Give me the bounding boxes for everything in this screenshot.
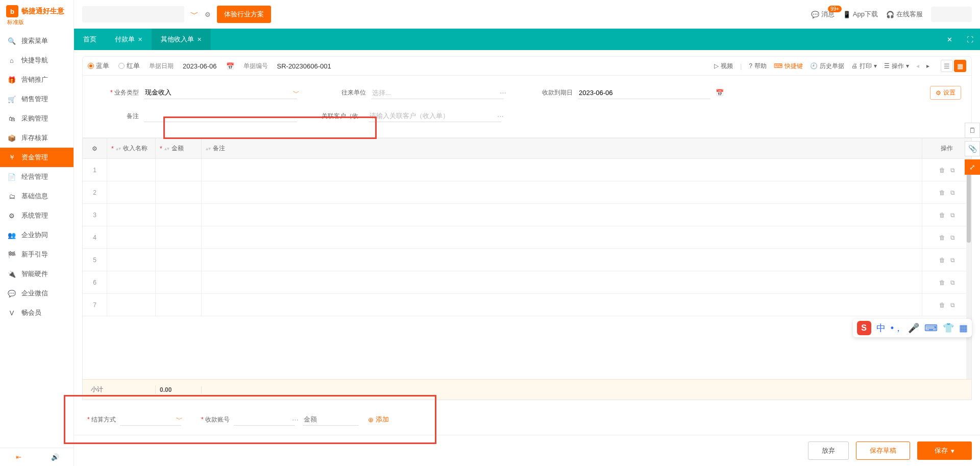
delete-row-icon[interactable]: 🗑 xyxy=(939,279,945,286)
copy-row-icon[interactable]: ⧉ xyxy=(950,301,955,309)
cell-amount[interactable] xyxy=(156,181,202,203)
ime-mic-icon[interactable]: 🎤 xyxy=(908,322,919,334)
app-download-link[interactable]: 📱 App下载 xyxy=(843,10,878,19)
discard-button[interactable]: 放弃 xyxy=(808,441,849,460)
settle-account-input[interactable] xyxy=(234,413,295,426)
table-row[interactable]: 4🗑⧉ xyxy=(83,226,971,249)
view-list-button[interactable]: ☰ xyxy=(941,60,953,72)
cell-remark[interactable] xyxy=(202,249,922,271)
more-icon[interactable]: ⋯ xyxy=(292,416,299,424)
grid-settings-header[interactable]: ⚙ xyxy=(83,138,107,158)
col-remark[interactable]: ▴▾备注 xyxy=(202,138,922,158)
sidebar-sound-button[interactable]: 🔊 xyxy=(37,448,74,466)
copy-row-icon[interactable]: ⧉ xyxy=(950,257,955,264)
user-avatar[interactable] xyxy=(931,7,972,22)
sidebar-item-marketing[interactable]: 🎁营销推广 xyxy=(0,70,74,89)
more-icon[interactable]: ⋯ xyxy=(500,89,506,97)
cell-remark[interactable] xyxy=(202,204,922,226)
print-button[interactable]: 🖨打印▾ xyxy=(851,62,877,71)
view-form-button[interactable]: ▦ xyxy=(954,60,966,72)
cell-income-name[interactable] xyxy=(107,294,156,316)
shortcut-button[interactable]: ⌨快捷键 xyxy=(774,62,803,71)
add-settlement-button[interactable]: ⊕添加 xyxy=(368,415,389,424)
delete-row-icon[interactable]: 🗑 xyxy=(939,212,945,219)
sidebar-item-system[interactable]: ⚙系统管理 xyxy=(0,206,74,225)
ime-skin-icon[interactable]: 👕 xyxy=(943,322,954,334)
cell-remark[interactable] xyxy=(202,294,922,316)
sidebar-item-collab[interactable]: 👥企业协同 xyxy=(0,225,74,245)
next-doc-button[interactable]: ▸ xyxy=(926,62,929,69)
cell-income-name[interactable] xyxy=(107,249,156,271)
sidebar-item-basic[interactable]: 🗂基础信息 xyxy=(0,187,74,206)
video-help-button[interactable]: ▷视频 xyxy=(714,62,733,71)
cell-remark[interactable] xyxy=(202,159,922,181)
table-row[interactable]: 1🗑⧉ xyxy=(83,159,971,181)
close-icon[interactable]: ✕ xyxy=(197,36,202,43)
ime-punct-icon[interactable]: •， xyxy=(891,322,903,334)
sidebar-item-guide[interactable]: 🏁新手引导 xyxy=(0,245,74,264)
float-note-button[interactable]: 🗒 xyxy=(965,123,980,138)
settle-amount-input[interactable] xyxy=(303,413,359,426)
col-amount[interactable]: ▴▾金额 xyxy=(156,138,202,158)
cell-amount[interactable] xyxy=(156,271,202,293)
delete-row-icon[interactable]: 🗑 xyxy=(939,257,945,264)
history-button[interactable]: 🕘历史单据 xyxy=(810,62,844,71)
col-income-name[interactable]: ▴▾收入名称 xyxy=(107,138,156,158)
online-service-link[interactable]: 🎧 在线客服 xyxy=(886,10,923,19)
save-button[interactable]: 保存▾ xyxy=(917,441,972,460)
sidebar-item-quicknav[interactable]: ⌂快捷导航 xyxy=(0,51,74,70)
remark-input[interactable] xyxy=(144,110,297,122)
cell-amount[interactable] xyxy=(156,204,202,226)
table-row[interactable]: 3🗑⧉ xyxy=(83,204,971,226)
rel-customer-input[interactable] xyxy=(369,110,501,122)
cell-amount[interactable] xyxy=(156,249,202,271)
more-icon[interactable]: ⋯ xyxy=(497,112,504,120)
radio-red[interactable]: 红单 xyxy=(118,61,140,71)
tab-payment[interactable]: 付款单✕ xyxy=(106,29,152,50)
operate-button[interactable]: ☰操作▾ xyxy=(884,62,909,71)
save-draft-button[interactable]: 保存草稿 xyxy=(856,441,910,460)
table-row[interactable]: 2🗑⧉ xyxy=(83,181,971,204)
sidebar-item-finance[interactable]: ￥资金管理 xyxy=(0,148,74,167)
cell-income-name[interactable] xyxy=(107,271,156,293)
tab-other-income[interactable]: 其他收入单✕ xyxy=(152,29,211,50)
tab-home[interactable]: 首页 xyxy=(74,29,106,50)
ime-toolbox-icon[interactable]: ▦ xyxy=(959,322,968,334)
biz-type-input[interactable] xyxy=(144,87,297,99)
ime-lang[interactable]: 中 xyxy=(876,322,886,334)
settings-icon[interactable]: ⚙ xyxy=(205,11,211,18)
copy-row-icon[interactable]: ⧉ xyxy=(950,234,955,241)
cell-amount[interactable] xyxy=(156,226,202,248)
cell-remark[interactable] xyxy=(202,181,922,203)
org-selector[interactable] xyxy=(82,6,184,22)
scrollbar-track[interactable] xyxy=(966,159,971,379)
settings-button[interactable]: ⚙设置 xyxy=(930,86,961,100)
copy-row-icon[interactable]: ⧉ xyxy=(950,212,955,219)
table-row[interactable]: 6🗑⧉ xyxy=(83,271,971,294)
cell-remark[interactable] xyxy=(202,271,922,293)
sidebar-item-sales[interactable]: 🛒销售管理 xyxy=(0,89,74,109)
delete-row-icon[interactable]: 🗑 xyxy=(939,234,945,241)
doc-date-value[interactable]: 2023-06-06 xyxy=(183,62,217,70)
delete-row-icon[interactable]: 🗑 xyxy=(939,301,945,309)
sidebar-item-search[interactable]: 🔍搜索菜单 xyxy=(0,31,74,51)
ime-keyboard-icon[interactable]: ⌨ xyxy=(924,322,938,334)
copy-row-icon[interactable]: ⧉ xyxy=(950,279,955,286)
table-row[interactable]: 5🗑⧉ xyxy=(83,249,971,271)
cell-amount[interactable] xyxy=(156,294,202,316)
tab-expand-button[interactable]: ⛶ xyxy=(960,29,980,50)
settle-method-input[interactable] xyxy=(120,413,181,426)
prev-doc-button[interactable]: ◂ xyxy=(916,62,919,69)
cell-amount[interactable] xyxy=(156,159,202,181)
sidebar-item-biz[interactable]: 📄经营管理 xyxy=(0,167,74,187)
help-button[interactable]: ?帮助 xyxy=(749,62,767,71)
calendar-icon[interactable]: 📅 xyxy=(226,62,234,70)
radio-blue[interactable]: 蓝单 xyxy=(88,61,109,71)
sidebar-item-inventory[interactable]: 📦库存核算 xyxy=(0,128,74,148)
ime-toolbar[interactable]: S 中 •， 🎤 ⌨ 👕 ▦ xyxy=(853,319,972,337)
float-attach-button[interactable]: 📎 xyxy=(965,141,980,156)
table-row[interactable]: 7🗑⧉ xyxy=(83,294,971,316)
cell-income-name[interactable] xyxy=(107,204,156,226)
cell-income-name[interactable] xyxy=(107,159,156,181)
try-industry-button[interactable]: 体验行业方案 xyxy=(217,6,271,23)
